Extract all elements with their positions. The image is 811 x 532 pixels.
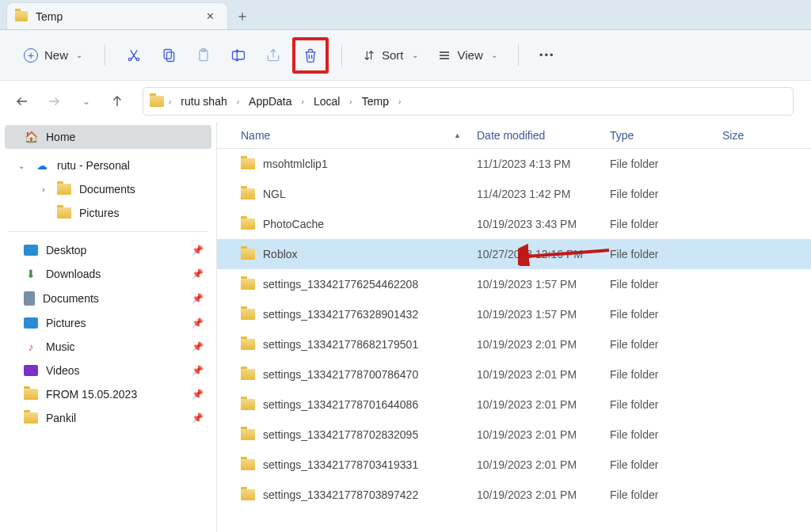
file-type: File folder [610,278,722,291]
column-size[interactable]: Size [722,129,811,142]
sidebar-item-videos[interactable]: Videos📌 [5,359,211,382]
copy-icon [161,48,177,63]
file-type: File folder [610,248,722,260]
close-icon[interactable]: ✕ [200,7,219,26]
column-headers: Name▲ Date modified Type Size [217,122,811,149]
file-date: 10/19/2023 2:01 PM [477,428,610,441]
column-type[interactable]: Type [610,129,722,142]
back-button[interactable] [8,87,36,116]
sort-icon [363,49,375,62]
recent-button[interactable]: ⌄ [71,87,100,116]
table-row[interactable]: settings_13342177870078647010/19/2023 2:… [217,359,811,390]
sidebar: 🏠 Home ⌄ ☁ rutu - Personal › Documents ›… [0,122,217,532]
view-label: View [458,48,483,62]
chevron-right-icon: › [397,97,402,106]
file-type: File folder [610,218,722,230]
sidebar-item-onedrive-documents[interactable]: › Documents [5,177,211,201]
file-type: File folder [610,458,722,471]
sidebar-item-music[interactable]: ♪Music📌 [5,335,211,359]
file-name: settings_133421778700786470 [263,368,418,381]
music-icon: ♪ [24,340,38,353]
file-name: NGL [263,188,286,200]
new-button[interactable]: + New ⌄ [14,44,92,67]
table-row[interactable]: settings_13342177625446220810/19/2023 1:… [217,269,811,299]
paste-button[interactable] [188,40,219,71]
sidebar-item-personal[interactable]: ⌄ ☁ rutu - Personal [5,154,211,177]
address-bar[interactable]: › rutu shah › AppData › Local › Temp › [143,87,794,116]
folder-icon [241,279,255,290]
sidebar-item-onedrive-pictures[interactable]: › Pictures [5,201,211,225]
copy-button[interactable] [153,40,185,71]
view-button[interactable]: View ⌄ [429,44,505,66]
table-row[interactable]: settings_13342177868217950110/19/2023 2:… [217,329,811,359]
folder-icon [241,158,255,169]
table-row[interactable]: msohtmlclip111/1/2023 4:13 PMFile folder [217,149,811,179]
documents-icon [24,291,35,306]
desktop-icon [24,245,38,256]
separator [341,44,342,66]
column-name[interactable]: Name▲ [233,129,477,142]
table-row[interactable]: NGL11/4/2023 1:42 PMFile folder [217,179,811,209]
crumb-local[interactable]: Local [309,92,345,111]
folder-icon [241,218,255,230]
table-row[interactable]: settings_13342177870164408610/19/2023 2:… [217,390,811,420]
crumb-rutu-shah[interactable]: rutu shah [176,92,231,111]
sidebar-item-label: FROM 15.05.2023 [46,388,137,401]
table-row[interactable]: settings_13342177632890143210/19/2023 1:… [217,299,811,329]
crumb-temp[interactable]: Temp [357,92,394,111]
table-row[interactable]: settings_13342177870389742210/19/2023 2:… [217,480,811,510]
cut-button[interactable] [118,40,150,71]
folder-icon [241,309,255,320]
sidebar-item-from-15-05-2023[interactable]: FROM 15.05.2023📌 [5,382,211,406]
folder-icon [24,389,38,400]
scissors-icon [126,48,142,63]
rename-icon [230,48,246,63]
new-tab-button[interactable]: ＋ [228,2,257,29]
file-name: settings_133421778702832095 [263,428,418,441]
table-row[interactable]: settings_13342177870283209510/19/2023 2:… [217,420,811,450]
sidebar-item-label: Videos [46,364,80,377]
svg-rect-1 [167,51,174,61]
share-button[interactable] [257,40,289,71]
more-button[interactable]: ••• [531,40,563,71]
file-date: 11/4/2023 1:42 PM [477,188,610,200]
folder-icon [24,412,38,424]
sidebar-item-pictures[interactable]: Pictures📌 [5,311,211,335]
table-row[interactable]: settings_13342177870341933110/19/2023 2:… [217,450,811,480]
rename-button[interactable] [223,40,254,71]
sidebar-item-documents[interactable]: Documents📌 [5,286,211,311]
sidebar-item-pankil[interactable]: Pankil📌 [5,406,211,430]
column-date[interactable]: Date modified [477,129,610,142]
pin-icon: 📌 [192,341,204,352]
separator [105,44,105,66]
arrow-right-icon [47,94,61,108]
file-name: settings_133421776328901432 [263,308,418,321]
up-button[interactable] [103,87,131,116]
separator [518,44,519,66]
tab-temp[interactable]: Temp ✕ [6,2,228,29]
crumb-appdata[interactable]: AppData [244,92,296,111]
chevron-right-icon: › [300,97,306,106]
folder-icon [241,489,255,500]
pin-icon: 📌 [192,365,204,376]
forward-button[interactable] [40,87,68,116]
sidebar-item-downloads[interactable]: ⬇Downloads📌 [5,262,211,286]
sidebar-item-home[interactable]: 🏠 Home [5,125,211,149]
pin-icon: 📌 [192,293,204,304]
table-row[interactable]: Roblox10/27/2023 12:16 PMFile folder [217,239,811,269]
sort-button[interactable]: Sort ⌄ [355,44,426,66]
cloud-icon: ☁ [35,159,49,172]
folder-icon [15,11,28,21]
chevron-right-icon: › [167,97,173,106]
sort-label: Sort [382,48,404,62]
table-row[interactable]: PhotoCache10/19/2023 3:43 PMFile folder [217,209,811,239]
file-name: msohtmlclip1 [263,158,328,170]
pin-icon: 📌 [192,268,204,279]
sidebar-item-desktop[interactable]: Desktop📌 [5,238,211,262]
file-date: 10/19/2023 2:01 PM [477,368,610,381]
share-icon [265,48,281,63]
home-icon: 🏠 [24,131,38,143]
folder-icon [241,249,255,260]
delete-button[interactable] [297,42,324,69]
pin-icon: 📌 [192,412,204,424]
